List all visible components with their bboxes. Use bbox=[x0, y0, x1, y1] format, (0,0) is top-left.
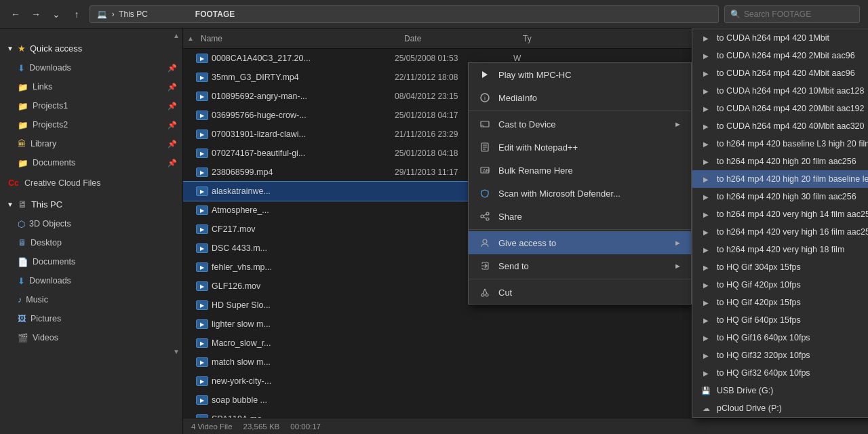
submenu-item[interactable]: ▶ to HQ Gif16 640px 10fps bbox=[692, 329, 868, 347]
forward-button[interactable]: → bbox=[28, 7, 43, 22]
sidebar-item-documents-pc[interactable]: 📄 Documents bbox=[0, 252, 182, 271]
ctx-play-mpc[interactable]: Play with MPC-HC bbox=[469, 63, 691, 86]
sidebar-item-3d-objects[interactable]: ⬡ 3D Objects bbox=[0, 214, 182, 233]
submenu-item-icon: ▶ bbox=[701, 368, 711, 378]
submenu-item[interactable]: ☁ pCloud Drive (P:) bbox=[692, 399, 868, 417]
column-header-date[interactable]: Date bbox=[399, 28, 517, 48]
this-pc-label: This PC bbox=[31, 199, 62, 210]
submenu-item[interactable]: ▶ to HQ Gif 304px 15fps bbox=[692, 258, 868, 276]
titlebar: ← → ⌄ ↑ 💻 › This PC FOOTAGE 🔍 Search FOO… bbox=[0, 0, 868, 28]
submenu-item[interactable]: ▶ to HQ Gif 420px 15fps bbox=[692, 294, 868, 311]
file-name: DSC 4433.m... bbox=[212, 243, 395, 253]
submenu-item-label: to h264 mp4 420 high 20 film baseline le… bbox=[717, 174, 868, 184]
sidebar-item-downloads[interactable]: ⬇ Downloads 📌 bbox=[0, 58, 182, 77]
sidebar-item-documents[interactable]: 📁 Documents 📌 bbox=[0, 153, 182, 172]
file-size: 23,565 KB bbox=[243, 422, 280, 431]
sidebar-item-links[interactable]: 📁 Links 📌 bbox=[0, 77, 182, 96]
sidebar-item-videos[interactable]: 🎬 Videos bbox=[0, 328, 182, 347]
svg-point-17 bbox=[486, 294, 488, 296]
sidebar-item-pictures[interactable]: 🖼 Pictures bbox=[0, 309, 182, 328]
submenu-arrow-icon: ▶ bbox=[703, 193, 709, 201]
context-menu-divider bbox=[469, 111, 691, 111]
recent-button[interactable]: ⌄ bbox=[49, 7, 64, 22]
file-icon: ▶ bbox=[195, 336, 209, 350]
submenu-item-label: to HQ Gif 304px 15fps bbox=[717, 262, 801, 272]
this-pc-header[interactable]: ▼ 🖥 This PC bbox=[0, 194, 182, 214]
up-button[interactable]: ↑ bbox=[69, 7, 84, 22]
search-icon: 🔍 bbox=[730, 9, 741, 19]
submenu-item[interactable]: ▶ to h264 mp4 420 baseline L3 high 20 fi… bbox=[692, 135, 868, 153]
submenu-item[interactable]: ▶ to HQ Gif32 320px 10fps bbox=[692, 347, 868, 364]
ctx-send-to[interactable]: Send to ► bbox=[469, 254, 691, 277]
file-duration: 00:00:17 bbox=[290, 422, 321, 431]
submenu-arrow-icon: ▶ bbox=[703, 281, 709, 289]
sidebar-item-projects2[interactable]: 📁 Projects2 📌 bbox=[0, 115, 182, 134]
submenu-item[interactable]: ▶ to h264 mp4 420 very high 16 film aac2… bbox=[692, 223, 868, 241]
column-header-type[interactable]: Ty bbox=[517, 28, 572, 48]
submenu-item-label: to h264 mp4 420 high 20 film aac256 bbox=[717, 157, 856, 166]
sidebar-item-label: 3D Objects bbox=[29, 219, 71, 229]
back-button[interactable]: ← bbox=[8, 7, 23, 22]
ctx-notepad[interactable]: Edit with Notepad++ bbox=[469, 136, 691, 159]
sidebar-scroll-up[interactable]: ▲ bbox=[172, 32, 181, 39]
submenu-item[interactable]: ▶ to HQ Gif32 640px 10fps bbox=[692, 364, 868, 382]
access-icon bbox=[478, 236, 492, 250]
usb-icon: 💾 bbox=[701, 387, 711, 395]
ctx-bulk-rename[interactable]: ABC Bulk Rename Here bbox=[469, 159, 691, 182]
video-file-icon: ▶ bbox=[196, 130, 208, 139]
submenu-item-icon: ▶ bbox=[701, 262, 711, 273]
sidebar-scroll-down[interactable]: ▼ bbox=[172, 348, 181, 355]
sidebar-item-downloads-pc[interactable]: ⬇ Downloads bbox=[0, 271, 182, 290]
submenu-item[interactable]: 💾 USB Drive (G:) bbox=[692, 382, 868, 399]
sidebar-item-projects1[interactable]: 📁 Projects1 📌 bbox=[0, 96, 182, 115]
submenu-arrow-icon: ▶ bbox=[703, 158, 709, 165]
submenu-item[interactable]: ▶ to h264 mp4 420 very high 18 film bbox=[692, 241, 868, 258]
file-name: 070274167-beautiful-gi... bbox=[212, 149, 395, 158]
sidebar-item-label: Projects1 bbox=[33, 101, 68, 111]
submenu-item[interactable]: ▶ to CUDA h264 mp4 420 40Mbit aac320 bbox=[692, 117, 868, 135]
video-file-icon: ▶ bbox=[196, 111, 208, 120]
ctx-defender[interactable]: Scan with Microsoft Defender... bbox=[469, 182, 691, 205]
column-header-name[interactable]: Name bbox=[195, 28, 399, 48]
sidebar-item-library[interactable]: 🏛 Library 📌 bbox=[0, 134, 182, 153]
ctx-label: Cast to Device bbox=[498, 119, 667, 130]
submenu-item[interactable]: ▶ to h264 mp4 420 very high 14 film aac2… bbox=[692, 205, 868, 223]
sidebar-item-desktop[interactable]: 🖥 Desktop bbox=[0, 233, 182, 252]
sidebar-item-creative-cloud[interactable]: Cc Creative Cloud Files bbox=[0, 174, 182, 193]
file-area: ▲ Name Date Ty ▶ 0008CA1A40C3_217.20... … bbox=[183, 28, 868, 434]
submenu-item-icon: ▶ bbox=[701, 191, 711, 202]
sidebar-item-music[interactable]: ♪ Music bbox=[0, 290, 182, 309]
submenu-item[interactable]: ▶ to CUDA h264 mp4 420 1Mbit bbox=[692, 29, 868, 47]
file-name: fehler_vhs.mp... bbox=[212, 262, 395, 272]
links-folder-icon: 📁 bbox=[18, 82, 28, 92]
submenu-item[interactable]: ▶ to h264 mp4 420 high 20 film aac256 bbox=[692, 153, 868, 170]
submenu-item-icon: ▶ bbox=[701, 33, 711, 43]
submenu-item-label: to CUDA h264 mp4 420 20Mbit aac192 bbox=[717, 104, 865, 113]
ctx-share[interactable]: Share bbox=[469, 205, 691, 228]
breadcrumb[interactable]: 💻 › This PC FOOTAGE bbox=[90, 5, 719, 23]
quick-access-header[interactable]: ▼ ★ Quick access bbox=[0, 38, 182, 58]
submenu-item[interactable]: ▶ to CUDA h264 mp4 420 2Mbit aac96 bbox=[692, 47, 868, 64]
pin-icon: 📌 bbox=[167, 102, 177, 111]
submenu-item[interactable]: ▶ to CUDA h264 mp4 420 10Mbit aac128 bbox=[692, 82, 868, 100]
quick-access-label: Quick access bbox=[30, 43, 82, 54]
ctx-label: Send to bbox=[498, 261, 667, 271]
submenu-item[interactable]: ▶ to HQ Gif 640px 15fps bbox=[692, 311, 868, 329]
ctx-cut[interactable]: Cut bbox=[469, 281, 691, 304]
submenu-arrow-icon: ▶ bbox=[703, 211, 709, 218]
submenu-item[interactable]: ▶ to CUDA h264 mp4 420 20Mbit aac192 bbox=[692, 100, 868, 117]
submenu-item[interactable]: ▶ to HQ Gif 420px 10fps bbox=[692, 276, 868, 294]
file-name: Macro_slow_r... bbox=[212, 338, 395, 348]
file-icon: ▶ bbox=[195, 146, 209, 160]
submenu-item[interactable]: ▶ to CUDA h264 mp4 420 4Mbit aac96 bbox=[692, 64, 868, 82]
submenu-item[interactable]: ▶ to h264 mp4 420 high 30 film aac256 bbox=[692, 188, 868, 205]
ctx-cast[interactable]: Cast to Device ► bbox=[469, 113, 691, 136]
ctx-give-access[interactable]: Give access to ► bbox=[469, 231, 691, 254]
video-file-icon: ▶ bbox=[196, 319, 208, 329]
submenu-item-icon: ▶ bbox=[701, 244, 711, 255]
video-file-icon: ▶ bbox=[196, 224, 208, 234]
ctx-mediainfo[interactable]: i MediaInfo bbox=[469, 86, 691, 109]
submenu-item-icon: ☁ bbox=[701, 403, 711, 414]
search-bar[interactable]: 🔍 Search FOOTAGE bbox=[724, 5, 860, 23]
submenu-item[interactable]: ▶ to h264 mp4 420 high 20 film baseline … bbox=[692, 170, 868, 188]
